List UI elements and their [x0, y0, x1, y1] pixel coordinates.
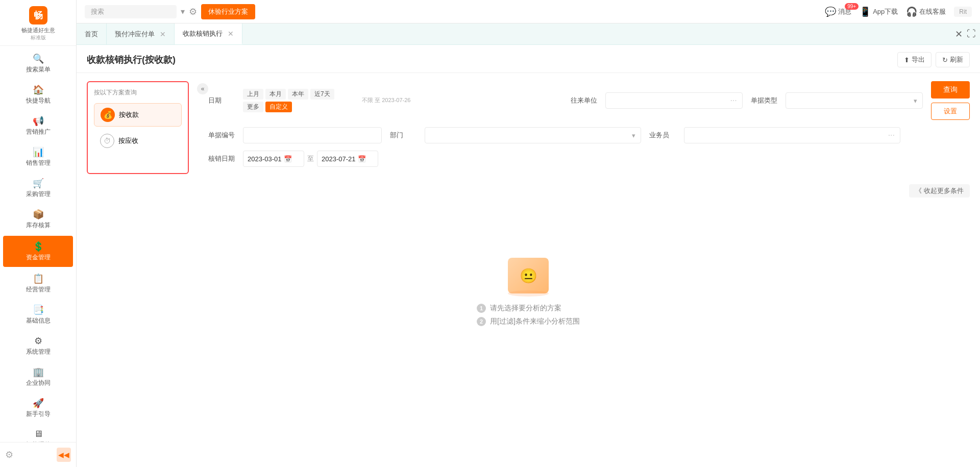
filter-field-date: 日期 上月 本月 本年 近7天 更多 自定义 — [208, 89, 352, 112]
sidebar-item-system[interactable]: ⚙ 系统管理 — [0, 330, 76, 361]
sidebar-item-label: 采购管理 — [26, 190, 51, 199]
sidebar-item-search-menu[interactable]: 🔍 搜索菜单 — [0, 48, 76, 79]
sidebar-item-label: 销售管理 — [26, 159, 51, 167]
staff-select-dots-icon: ··· — [888, 131, 895, 140]
verify-date-range: 2023-03-01 📅 至 2023-07-21 📅 — [243, 151, 423, 167]
topbar-dropdown-icon[interactable]: ▾ — [181, 7, 185, 16]
filter-field-doc-no: 单据编号 — [208, 127, 382, 143]
sidebar-item-inventory[interactable]: 📦 库存核算 — [0, 204, 76, 235]
empty-tips: 1 请先选择要分析的方案 2 用[过滤]条件来缩小分析范围 — [477, 304, 580, 326]
doc-no-input[interactable] — [243, 127, 382, 143]
refresh-button[interactable]: ↻ 刷新 — [936, 52, 970, 67]
topbar-left: 搜索 ▾ ⚙ 休验行业方案 — [85, 4, 819, 19]
sidebar-item-quick-nav[interactable]: 🏠 快捷导航 — [0, 79, 76, 110]
receipt-filter-icon: 💰 — [101, 108, 115, 122]
sidebar-item-marketing[interactable]: 📢 营销推广 — [0, 110, 76, 141]
sidebar-item-label: 基础信息 — [26, 316, 51, 325]
sidebar-item-guide[interactable]: 🚀 新手引导 — [0, 392, 76, 424]
sidebar-item-sales[interactable]: 📊 销售管理 — [0, 141, 76, 173]
doc-type-label: 单据类型 — [751, 96, 781, 105]
system-icon: ⚙ — [34, 335, 42, 347]
verify-end-value: 2023-07-21 — [322, 155, 356, 163]
tab-prepay-close-icon[interactable]: ✕ — [160, 31, 166, 38]
query-btn-col: 查询 设置 — [931, 81, 970, 120]
verify-date-end-input[interactable]: 2023-07-21 📅 — [317, 151, 378, 167]
staff-select[interactable]: ··· — [684, 127, 900, 143]
filter-collapse-arrow[interactable]: « — [197, 83, 208, 94]
verify-date-start-input[interactable]: 2023-03-01 📅 — [243, 151, 304, 167]
industry-plan-button[interactable]: 休验行业方案 — [201, 4, 255, 19]
query-button[interactable]: 查询 — [931, 81, 970, 99]
date-pill-7days[interactable]: 近7天 — [310, 89, 334, 100]
settings-icon[interactable]: ⚙ — [5, 449, 13, 460]
sidebar-item-finance[interactable]: 💲 资金管理 — [3, 236, 73, 267]
sidebar-item-label: 营销推广 — [26, 128, 51, 136]
message-button[interactable]: 💬 消息 99+ — [825, 6, 851, 17]
refresh-icon: ↻ — [942, 56, 948, 64]
empty-tip-2-text: 用[过滤]条件来缩小分析范围 — [490, 317, 580, 326]
more-conditions-row: 《 收起更多条件 — [77, 182, 980, 202]
page-header: 收款核销执行(按收款) ⬆ 导出 ↻ 刷新 — [77, 45, 980, 73]
date-pill-this-month[interactable]: 本月 — [265, 89, 286, 100]
empty-shadow-graphic — [508, 290, 549, 297]
tab-close-window-button[interactable]: ✕ — [955, 29, 963, 40]
filter-sidebar-panel: 按以下方案查询 💰 按收款 ⏱ 按应收 — [87, 81, 189, 174]
messages-count-badge: 99+ — [845, 3, 859, 10]
doc-no-label: 单据编号 — [208, 131, 239, 140]
sidebar-item-base-info[interactable]: 📑 基础信息 — [0, 299, 76, 330]
tab-prepay[interactable]: 预付冲应付单 ✕ — [107, 23, 175, 44]
base-info-icon: 📑 — [33, 304, 44, 315]
topbar-search-box[interactable]: 搜索 — [85, 5, 177, 18]
export-button[interactable]: ⬆ 导出 — [897, 52, 932, 67]
app-download-link[interactable]: 📱 App下载 — [860, 6, 898, 17]
tab-bar: 首页 预付冲应付单 ✕ 收款核销执行 ✕ ✕ ⛶ — [77, 23, 980, 45]
date-separator: 至 — [307, 154, 314, 163]
sidebar-item-hardware[interactable]: 🖥 智能硬件 — [0, 424, 76, 442]
partner-select[interactable]: ··· — [605, 92, 743, 109]
date-pill-more[interactable]: 更多 — [243, 102, 263, 112]
sidebar-item-label: 快捷导航 — [26, 96, 51, 105]
page-title: 收款核销执行(按收款) — [87, 54, 176, 66]
filter-option-by-receipt[interactable]: 💰 按收款 — [94, 103, 182, 127]
date-pill-custom[interactable]: 自定义 — [265, 102, 292, 112]
sidebar-item-label: 新手引导 — [26, 410, 51, 419]
tab-receipt-verify[interactable]: 收款核销执行 ✕ — [175, 23, 242, 44]
app-logo-icon: 畅 — [29, 6, 47, 24]
empty-tip-1: 1 请先选择要分析的方案 — [477, 304, 580, 313]
tab-receipt-verify-close-icon[interactable]: ✕ — [228, 30, 234, 37]
filter-field-verify-date: 核销日期 2023-03-01 📅 至 2023-07-21 📅 — [208, 151, 423, 167]
quick-nav-icon: 🏠 — [33, 84, 44, 95]
partner-select-dots-icon: ··· — [730, 96, 737, 105]
settings-button[interactable]: 设置 — [931, 103, 970, 120]
sidebar-item-ops[interactable]: 📋 经营管理 — [0, 268, 76, 299]
date-label: 日期 — [208, 96, 239, 105]
date-pill-this-year[interactable]: 本年 — [288, 89, 308, 100]
filter-field-partner: 往来单位 ··· — [571, 92, 743, 109]
service-icon: 🎧 — [906, 6, 917, 17]
empty-face-icon: 😐 — [520, 267, 537, 284]
filter-option-by-receivable[interactable]: ⏱ 按应收 — [94, 130, 182, 152]
topbar-settings-icon[interactable]: ⚙ — [189, 6, 197, 17]
tab-home-label: 首页 — [85, 30, 98, 39]
collapse-more-conditions-button[interactable]: 《 收起更多条件 — [909, 184, 970, 198]
online-service-link[interactable]: 🎧 在线客服 — [906, 6, 946, 17]
doc-type-select[interactable]: ▾ — [786, 92, 923, 109]
sidebar-item-purchase[interactable]: 🛒 采购管理 — [0, 173, 76, 204]
verify-start-value: 2023-03-01 — [248, 155, 282, 163]
tab-actions: ✕ ⛶ — [951, 23, 980, 44]
filter-row-3: 核销日期 2023-03-01 📅 至 2023-07-21 📅 — [208, 151, 970, 167]
empty-tip-2: 2 用[过滤]条件来缩小分析范围 — [477, 317, 580, 326]
page-actions: ⬆ 导出 ↻ 刷新 — [897, 52, 970, 67]
date-pill-last-month[interactable]: 上月 — [243, 89, 263, 100]
filter-option-by-receivable-label: 按应收 — [118, 136, 138, 145]
filter-field-staff: 业务员 ··· — [649, 127, 900, 143]
sidebar-item-enterprise[interactable]: 🏢 企业协同 — [0, 361, 76, 392]
filter-option-by-receipt-label: 按收款 — [119, 110, 139, 119]
tab-maximize-button[interactable]: ⛶ — [967, 29, 976, 39]
export-icon: ⬆ — [904, 56, 910, 64]
user-area[interactable]: Rit — [954, 7, 972, 17]
dept-select[interactable]: ▾ — [425, 127, 641, 143]
sidebar-collapse-button[interactable]: ◀◀ — [57, 448, 71, 462]
tab-receipt-verify-label: 收款核销执行 — [183, 29, 223, 38]
tab-home[interactable]: 首页 — [77, 23, 107, 44]
